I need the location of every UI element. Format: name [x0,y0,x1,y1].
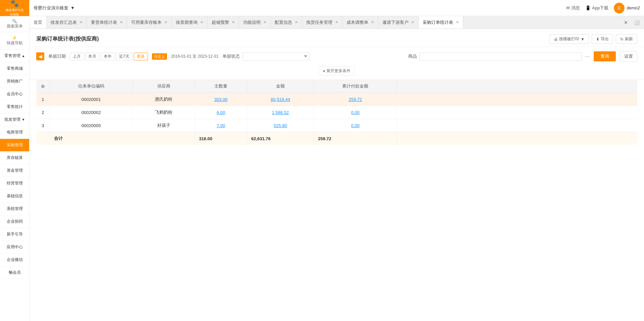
tab-config-info[interactable]: 配置信息 ✕ [271,16,302,29]
more-filters-icon[interactable]: ··· [585,53,590,59]
filter-toggle-button[interactable]: ◀ [36,52,44,60]
goods-group: 商品 ··· [408,52,590,61]
quantity-link[interactable]: 6.00 [217,110,225,115]
tab-close-purchase-order-stat[interactable]: ✕ [456,20,459,24]
settings-button[interactable]: 设置 [620,51,637,62]
amount-link[interactable]: 525.80 [274,123,287,128]
shortcut-last-month[interactable]: 上月 [70,53,84,60]
tab-close-usable-stock[interactable]: ✕ [164,20,167,24]
sidebar-item-fund-mgmt[interactable]: 资金管理 [0,164,29,177]
tab-close-config-info[interactable]: ✕ [295,20,298,24]
col-paid-amount: 累计付款金额 [314,80,397,93]
sidebar-item-enterprise-collab[interactable]: 企业协同 [0,215,29,228]
refresh-button[interactable]: ↻ 刷新 [616,34,637,44]
shortcut-7-days[interactable]: 近7天 [116,53,132,60]
export-button[interactable]: ⬇ 导出 [592,34,613,44]
page-title: 采购订单统计表(按供应商) [36,36,99,43]
main-area: 母婴行业演示账套 ▼ ✉ 消息 📱 App下载 E demo2 首页 [30,0,644,321]
tab-close-purchase-stat[interactable]: ✕ [120,20,123,24]
sidebar-item-vip-member[interactable]: 畅会员 [0,266,29,279]
filter-area: ◀ 单据日期 上月 本月 本年 近7天 更多 自定义 2016-01-01 至 … [30,47,644,80]
sidebar-item-ecommerce-mgmt[interactable]: 电商管理 [0,126,29,139]
shortcut-this-year[interactable]: 本年 [101,53,115,60]
sidebar-item-retail-stat[interactable]: 零售统计 [0,101,29,113]
tab-close-oversupply[interactable]: ✕ [232,20,235,24]
page-actions: 🖨 按模板打印 ▼ ⬇ 导出 ↻ 刷新 [549,34,637,44]
sidebar-item-wholesale-mgmt[interactable]: 批发管理 ▼ [0,113,29,126]
sidebar-item-quick-nav[interactable]: ⚡ 快捷导航 [0,32,29,50]
row-no: 2 [36,106,50,119]
sidebar: 🐾 畅捷通好生意 标题版 🔍 搜索英单 ⚡ 快捷导航 零售管理 ▲ 零售商城 营… [0,0,30,321]
col-settings[interactable]: ⚙ [36,80,50,93]
user-name: demo2 [627,5,640,10]
amount-link[interactable]: 1,586.52 [272,110,289,115]
goods-input[interactable] [420,52,582,61]
tab-receive[interactable]: 收发存汇总表 ✕ [47,16,87,29]
sidebar-item-retail-mgmt[interactable]: 零售管理 ▲ [0,50,29,62]
logo-icon: 🐾 [10,0,19,7]
footer-extra [397,132,637,145]
row-paid-amount: 0.00 [314,106,397,119]
row-amount: 60,519.44 [247,93,314,106]
filter-row-1: ◀ 单据日期 上月 本月 本年 近7天 更多 自定义 2016-01-01 至 … [36,51,637,62]
sidebar-item-ops-mgmt[interactable]: 经营管理 [0,177,29,190]
sidebar-item-search[interactable]: 🔍 搜索英单 [0,16,29,32]
tab-usable-stock[interactable]: 可用量库存账本 ✕ [127,16,172,29]
row-supplier: 飞鹤奶粉 [133,106,195,119]
export-icon: ⬇ [596,37,599,42]
tab-close-function-desc[interactable]: ✕ [263,20,266,24]
tab-oversupply[interactable]: 超储预警 ✕ [208,16,239,29]
shortcut-this-month[interactable]: 本月 [85,53,99,60]
row-supplier: 惠氏奶粉 [133,93,195,106]
sidebar-item-marketing[interactable]: 营销推广 [0,75,29,88]
tab-purchase-stat[interactable]: 要货单统计表 ✕ [87,16,127,29]
expand-more-button[interactable]: ▾ 展开更多条件 [319,66,355,75]
tab-close-receive[interactable]: ✕ [79,20,83,24]
shortcut-more[interactable]: 更多 [134,53,148,60]
tab-function-desc[interactable]: 功能说明 ✕ [239,16,271,29]
col-quantity: 主数量 [195,80,247,93]
sidebar-item-enterprise-wechat[interactable]: 企业微信 [0,254,29,266]
tab-cost-adjust[interactable]: 成本调整单 ✕ [342,16,378,29]
paid-amount-link[interactable]: 0.00 [351,110,360,115]
tab-purchase-order-stat[interactable]: 采购订单统计表 ✕ [419,16,463,29]
row-paid-amount: 259.72 [314,93,397,106]
amount-link[interactable]: 60,519.44 [271,97,290,102]
row-extra [397,106,637,119]
sidebar-item-sys-mgmt[interactable]: 系统管理 [0,203,29,215]
message-button[interactable]: ✉ 消息 [566,5,580,11]
sidebar-item-stock-check[interactable]: 库存核算 [0,152,29,164]
sidebar-item-retail-store[interactable]: 零售商城 [0,62,29,75]
tab-invite-downstream[interactable]: 邀请下游客户 ✕ [378,16,419,29]
paid-amount-link[interactable]: 0.00 [351,123,360,128]
table-row: 1 00020001 惠氏奶粉 303.00 60,519.44 259.72 [36,93,637,106]
tab-close-invite-downstream[interactable]: ✕ [411,20,414,24]
tab-pick-task[interactable]: 拣货任务管理 ✕ [302,16,342,29]
sidebar-item-new-guide[interactable]: 新手引导 [0,228,29,241]
paid-amount-link[interactable]: 259.72 [349,97,362,102]
tab-close-pick-task[interactable]: ✕ [335,20,338,24]
tab-close-expiry-query[interactable]: ✕ [200,20,203,24]
expand-row: ▾ 展开更多条件 [36,64,637,75]
tab-home[interactable]: 首页 [30,16,47,29]
status-select[interactable] [243,52,310,61]
tab-close-cost-adjust[interactable]: ✕ [371,20,374,24]
quantity-link[interactable]: 7.00 [217,123,225,128]
sidebar-item-basic-info[interactable]: 基础信息 [0,190,29,203]
query-button[interactable]: 查询 [594,51,616,61]
sidebar-item-member-center[interactable]: 会员中心 [0,88,29,101]
sidebar-item-app-center[interactable]: 应用中心 [0,241,29,254]
row-no: 3 [36,119,50,132]
sidebar-item-purchase-mgmt[interactable]: 采购管理 [0,139,29,152]
col-empty [397,80,637,93]
workspace-selector[interactable]: 母婴行业演示账套 ▼ [34,5,75,11]
print-button[interactable]: 🖨 按模板打印 ▼ [549,34,589,44]
tab-expiry-query[interactable]: 保质期查询 ✕ [172,16,208,29]
settings-icon[interactable]: ⚙ [41,84,45,89]
user-info[interactable]: E demo2 [614,3,640,13]
print-dropdown-icon: ▼ [581,37,585,42]
quantity-link[interactable]: 303.00 [214,97,228,102]
tab-close-all-button[interactable]: ✕ [621,18,631,27]
app-download-button[interactable]: 📱 App下载 [585,5,608,11]
tab-maximize-button[interactable]: ⬜ [632,18,641,27]
